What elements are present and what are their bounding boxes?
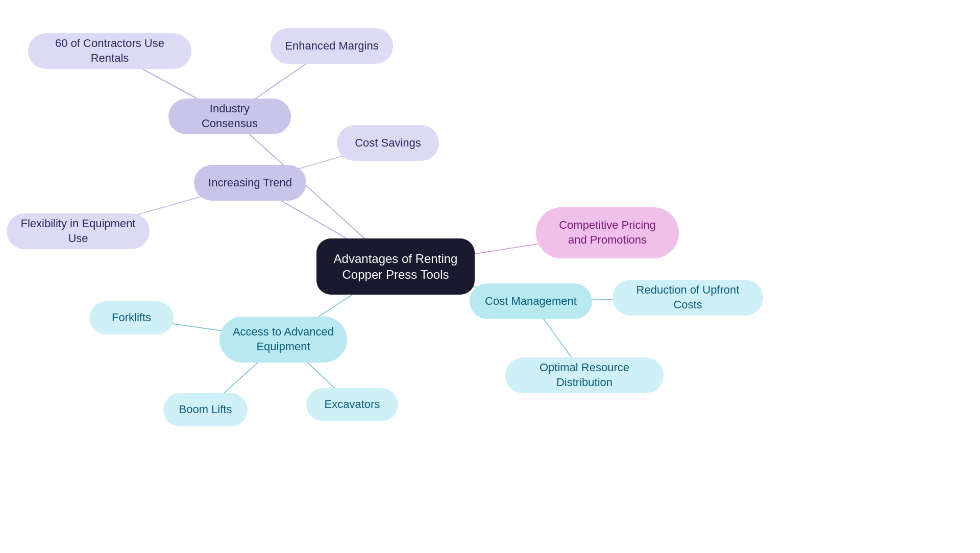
- reduction-upfront-label: Reduction of Upfront Costs: [625, 283, 751, 312]
- contractors-label: 60 of Contractors Use Rentals: [40, 36, 179, 65]
- flexibility-label: Flexibility in Equipment Use: [19, 217, 137, 246]
- competitive-pricing-label: Competitive Pricing and Promotions: [548, 218, 667, 247]
- forklifts-label: Forklifts: [112, 310, 151, 325]
- center-node: Advantages of Renting Copper Press Tools: [316, 238, 475, 295]
- enhanced-margins-label: Enhanced Margins: [285, 39, 378, 54]
- enhanced-margins-node: Enhanced Margins: [271, 28, 393, 64]
- contractors-node: 60 of Contractors Use Rentals: [28, 33, 191, 69]
- mindmap-container: Advantages of Renting Copper Press Tools…: [0, 0, 980, 553]
- reduction-upfront-node: Reduction of Upfront Costs: [612, 280, 763, 316]
- access-advanced-label: Access to Advanced Equipment: [232, 325, 335, 354]
- center-label: Advantages of Renting Copper Press Tools: [329, 251, 462, 282]
- cost-management-node: Cost Management: [470, 283, 592, 319]
- increasing-trend-node: Increasing Trend: [194, 165, 306, 201]
- flexibility-node: Flexibility in Equipment Use: [7, 213, 150, 249]
- optimal-resource-label: Optimal Resource Distribution: [518, 360, 651, 390]
- forklifts-node: Forklifts: [89, 301, 174, 334]
- optimal-resource-node: Optimal Resource Distribution: [505, 357, 664, 393]
- excavators-node: Excavators: [306, 388, 398, 421]
- cost-savings-label: Cost Savings: [355, 136, 421, 151]
- cost-savings-node: Cost Savings: [337, 125, 439, 161]
- industry-consensus-label: Industry Consensus: [181, 102, 279, 131]
- cost-management-label: Cost Management: [485, 294, 577, 309]
- industry-consensus-node: Industry Consensus: [168, 99, 291, 134]
- increasing-trend-label: Increasing Trend: [208, 176, 292, 190]
- competitive-pricing-node: Competitive Pricing and Promotions: [536, 207, 679, 258]
- boom-lifts-node: Boom Lifts: [163, 393, 248, 426]
- access-advanced-node: Access to Advanced Equipment: [219, 317, 347, 363]
- connection-lines: [0, 0, 980, 553]
- excavators-label: Excavators: [325, 397, 380, 412]
- boom-lifts-label: Boom Lifts: [179, 402, 232, 417]
